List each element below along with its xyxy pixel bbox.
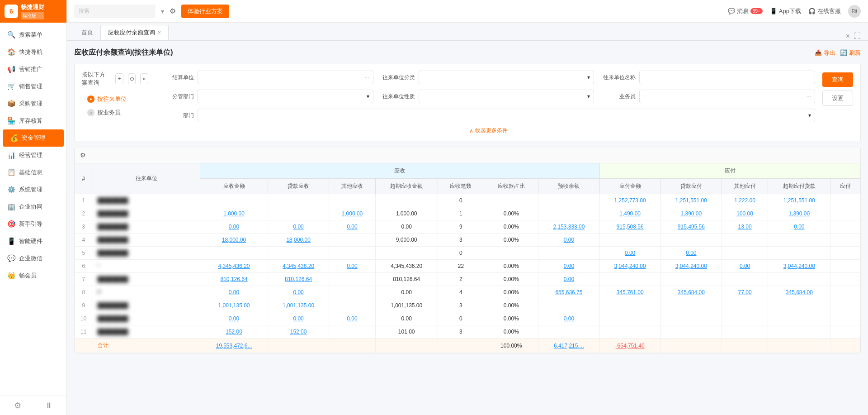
filter-collapse-btn[interactable]: « xyxy=(140,73,148,84)
cell-receivable[interactable]: 18,000.00 xyxy=(200,234,268,247)
query-button[interactable]: 查询 xyxy=(822,72,853,87)
table-settings-icon[interactable]: ⚙ xyxy=(80,152,86,159)
cell-receivable[interactable]: 0.00 xyxy=(200,220,268,234)
cell-payable[interactable]: 345,761.00 xyxy=(599,286,660,299)
cell-other-pay[interactable]: 13.00 xyxy=(722,220,768,234)
partner-nature-select[interactable]: ▾ xyxy=(419,90,594,103)
cell-loan-pay[interactable]: 0.00 xyxy=(660,247,722,260)
cell-payable[interactable]: 3,044,240.00 xyxy=(599,260,660,273)
cell-loan-rec[interactable]: 810,126.64 xyxy=(268,273,329,286)
sidebar-item-wechat[interactable]: 💬 企业微信 xyxy=(0,250,66,267)
tab-fullscreen-icon[interactable]: ⛶ xyxy=(854,32,861,40)
sidebar-item-base[interactable]: 📋 基础信息 xyxy=(0,164,66,181)
cell-loan-rec[interactable]: 0.00 xyxy=(268,312,329,325)
sidebar-item-inventory[interactable]: 🏪 库存核算 xyxy=(0,112,66,129)
partner-name-input[interactable] xyxy=(639,71,815,84)
sidebar-item-search[interactable]: 🔍 搜索菜单 xyxy=(0,26,66,43)
subdept-select[interactable]: ▾ xyxy=(198,109,815,122)
settings-icon[interactable]: ⚙ xyxy=(170,7,176,15)
sidebar-item-purchase[interactable]: 📦 采购管理 xyxy=(0,95,66,112)
cell-loan-pay[interactable]: 3,044,240.00 xyxy=(660,260,722,273)
sidebar-item-hardware[interactable]: 📱 智能硬件 xyxy=(0,233,66,250)
cell-prepay[interactable]: 0.00 xyxy=(538,312,599,325)
cell-loan-rec[interactable]: 152.00 xyxy=(268,325,329,339)
cell-other-pay[interactable]: 1,222.00 xyxy=(722,194,768,207)
export-button[interactable]: 📤 导出 xyxy=(815,49,835,57)
filter-add-btn[interactable]: + xyxy=(115,73,123,84)
cell-loan-rec[interactable]: 4,345,436.20 xyxy=(268,260,329,273)
cell-overdue-pay[interactable]: 3,044,240.00 xyxy=(768,260,830,273)
cell-prepay[interactable]: 0.00 xyxy=(538,260,599,273)
cell-overdue-pay[interactable]: 0.00 xyxy=(768,220,830,234)
online-service-item[interactable]: 🎧 在线客服 xyxy=(808,7,841,15)
cell-prepay[interactable]: 0.00 xyxy=(538,234,599,247)
cell-payable[interactable]: 1,252,773.00 xyxy=(599,194,660,207)
cell-overdue-pay[interactable]: 1,390.00 xyxy=(768,207,830,220)
cell-payable[interactable]: 915,508.56 xyxy=(599,220,660,234)
query-option-salesperson[interactable]: ○ 按业务员 xyxy=(82,106,148,119)
cell-other-pay[interactable]: 0.00 xyxy=(722,260,768,273)
cell-payable[interactable]: 0.00 xyxy=(599,247,660,260)
cell-loan-rec[interactable]: 0.00 xyxy=(268,286,329,299)
cell-receivable[interactable]: 810,126.64 xyxy=(200,273,268,286)
sidebar-item-guide[interactable]: 🎯 新手引导 xyxy=(0,215,66,233)
footer-receivable[interactable]: 19,553,472,6... xyxy=(200,339,268,353)
cell-other-pay[interactable]: 100.00 xyxy=(722,207,768,220)
footer-payable[interactable]: -654,751.40 xyxy=(599,339,660,353)
cell-prepay[interactable]: 2,153,333.00 xyxy=(538,220,599,234)
filter-settings-btn[interactable]: ⊙ xyxy=(128,73,136,84)
tab-query[interactable]: 应收应付余额查询 × xyxy=(100,25,169,40)
sidebar-item-corp[interactable]: 🏢 企业协同 xyxy=(0,198,66,215)
sidebar-settings-btn[interactable]: ⚙ xyxy=(5,401,31,410)
partner-type-select[interactable]: ▾ xyxy=(419,71,594,84)
salesperson-input[interactable]: ··· xyxy=(639,90,815,103)
sidebar-collapse-btn[interactable]: ⏸ xyxy=(36,401,62,410)
cell-receivable[interactable]: 0.00 xyxy=(200,286,268,299)
cell-other-pay[interactable]: 77.00 xyxy=(722,286,768,299)
settings-button[interactable]: 设置 xyxy=(822,91,853,106)
sidebar-item-member[interactable]: 👑 畅会员 xyxy=(0,267,66,284)
cell-other-rec[interactable]: 0.00 xyxy=(329,312,375,325)
cell-prepay[interactable]: 655,636.75 xyxy=(538,286,599,299)
tab-close-all-icon[interactable]: × xyxy=(846,32,850,40)
cell-receivable[interactable]: 152.00 xyxy=(200,325,268,339)
cell-loan-pay[interactable]: 1,251,551.00 xyxy=(660,194,722,207)
tab-home[interactable]: 首页 xyxy=(74,25,100,40)
cell-receivable[interactable]: 4,345,436.20 xyxy=(200,260,268,273)
cell-other-rec[interactable]: 1,000.00 xyxy=(329,207,375,220)
cell-overdue-pay[interactable]: 345,684.00 xyxy=(768,286,830,299)
user-avatar[interactable]: Rit xyxy=(848,5,861,18)
cell-loan-pay[interactable]: 1,390.00 xyxy=(660,207,722,220)
collapse-more-btn[interactable]: ∧ 收起更多条件 xyxy=(469,127,508,134)
cell-other-rec[interactable]: 0.00 xyxy=(329,220,375,234)
footer-prepay[interactable]: 6,417,215.... xyxy=(538,339,599,353)
cell-receivable[interactable]: 1,000.00 xyxy=(200,207,268,220)
cell-prepay[interactable]: 0.00 xyxy=(538,273,599,286)
sidebar-item-operations[interactable]: 📊 经营管理 xyxy=(0,147,66,164)
tab-close-icon[interactable]: × xyxy=(158,29,161,36)
sidebar-item-sales[interactable]: 🛒 销售管理 xyxy=(0,78,66,95)
cell-loan-rec[interactable]: 18,000.00 xyxy=(268,234,329,247)
sidebar-item-system[interactable]: ⚙️ 系统管理 xyxy=(0,181,66,198)
dropdown-chevron-icon[interactable]: ▾ xyxy=(161,8,164,15)
messages-item[interactable]: 💬 消息 99+ xyxy=(728,7,763,15)
sidebar-item-marketing[interactable]: 📢 营销推广 xyxy=(0,61,66,78)
cell-other-rec[interactable]: 0.00 xyxy=(329,260,375,273)
query-option-partner[interactable]: ● 按往来单位 xyxy=(82,92,148,106)
cell-receivable[interactable]: 0.00 xyxy=(200,312,268,325)
dept-select[interactable]: ▾ xyxy=(198,90,373,103)
cell-loan-pay[interactable]: 345,684.00 xyxy=(660,286,722,299)
cell-receivable[interactable]: 1,001,135.00 xyxy=(200,299,268,312)
cell-loan-pay[interactable]: 915,495.56 xyxy=(660,220,722,234)
cell-loan-rec[interactable]: 1,001,135.00 xyxy=(268,299,329,312)
sidebar-item-finance[interactable]: 💰 资金管理 xyxy=(3,129,64,147)
cell-loan-rec[interactable]: 0.00 xyxy=(268,220,329,234)
promo-button[interactable]: 体验行业方案 xyxy=(181,5,229,18)
topbar-search[interactable]: 搜索 xyxy=(74,5,156,18)
sidebar-item-quicknav[interactable]: 🏠 快捷导航 xyxy=(0,43,66,61)
cell-payable[interactable]: 1,490.00 xyxy=(599,207,660,220)
cell-overdue-pay[interactable]: 1,251,551.00 xyxy=(768,194,830,207)
refresh-button[interactable]: 🔄 刷新 xyxy=(840,49,861,57)
app-download-item[interactable]: 📱 App下载 xyxy=(770,7,801,15)
settlement-unit-input[interactable]: ··· xyxy=(198,71,373,84)
